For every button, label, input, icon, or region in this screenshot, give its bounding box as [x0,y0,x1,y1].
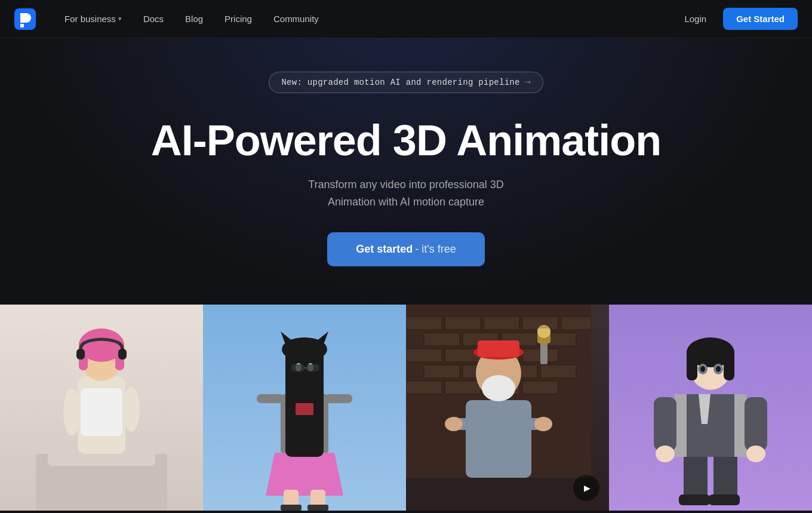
cta-bold-text: Get started [356,243,413,256]
svg-rect-70 [679,494,710,505]
video-card-1[interactable] [0,305,203,511]
svg-point-58 [537,325,550,338]
play-button-3[interactable] [573,475,599,501]
cta-light-text: - it's free [415,243,456,256]
nav-item-pricing[interactable]: Pricing [215,9,262,29]
chevron-down-icon: ▾ [118,15,122,23]
hero-section: New: upgraded motion AI and rendering pi… [0,0,812,305]
svg-rect-25 [291,364,304,371]
nav-item-for-business[interactable]: For business ▾ [55,9,131,29]
nav-links: For business ▾ Docs Blog Pricing Communi… [55,9,675,29]
svg-point-67 [534,417,552,431]
nav-item-blog[interactable]: Blog [176,9,213,29]
svg-rect-9 [76,349,85,360]
svg-rect-34 [406,317,442,330]
logo[interactable] [14,8,36,30]
svg-rect-26 [306,364,319,371]
get-started-nav-button[interactable]: Get Started [723,8,798,30]
svg-rect-79 [724,348,734,380]
svg-rect-10 [118,349,127,360]
svg-rect-43 [406,349,442,362]
svg-rect-55 [406,478,591,511]
svg-point-87 [746,446,765,462]
nav-item-community[interactable]: Community [264,9,328,29]
svg-marker-15 [266,453,343,496]
svg-point-12 [63,388,80,436]
hero-subtitle: Transform any video into professional 3D… [308,176,504,211]
svg-rect-59 [466,400,531,478]
svg-rect-32 [296,403,313,415]
svg-rect-36 [484,317,519,330]
svg-rect-62 [478,340,519,357]
svg-rect-11 [81,388,122,436]
svg-point-66 [445,417,463,431]
svg-rect-85 [745,397,767,451]
video-card-3[interactable] [406,305,609,511]
svg-rect-71 [709,494,740,505]
svg-rect-30 [257,394,284,403]
video-grid [0,305,812,511]
svg-rect-39 [424,333,460,346]
hero-cta-button[interactable]: Get started - it's free [327,232,484,266]
svg-rect-78 [687,348,697,380]
login-button[interactable]: Login [675,9,716,29]
svg-rect-54 [522,381,558,394]
svg-rect-47 [424,365,460,378]
navbar: For business ▾ Docs Blog Pricing Communi… [0,0,812,38]
svg-rect-50 [540,365,576,378]
svg-point-63 [482,375,515,401]
nav-item-docs[interactable]: Docs [134,9,173,29]
arrow-icon: → [525,77,531,88]
svg-rect-52 [445,381,481,394]
svg-rect-31 [325,394,352,403]
svg-point-82 [700,366,705,372]
video-card-4[interactable] [609,305,812,511]
svg-point-13 [123,386,140,432]
hero-title: AI-Powered 3D Animation [139,117,673,164]
svg-rect-51 [406,381,442,394]
svg-rect-1 [20,24,24,27]
svg-point-86 [656,446,675,462]
announcement-badge[interactable]: New: upgraded motion AI and rendering pi… [269,72,543,93]
svg-point-83 [716,366,721,372]
svg-rect-84 [654,397,676,451]
svg-rect-38 [561,317,591,330]
svg-rect-19 [307,505,328,511]
svg-rect-35 [445,317,481,330]
badge-text: New: upgraded motion AI and rendering pi… [281,78,519,87]
nav-actions: Login Get Started [675,8,798,30]
svg-rect-18 [281,505,302,511]
video-card-2[interactable] [203,305,406,511]
